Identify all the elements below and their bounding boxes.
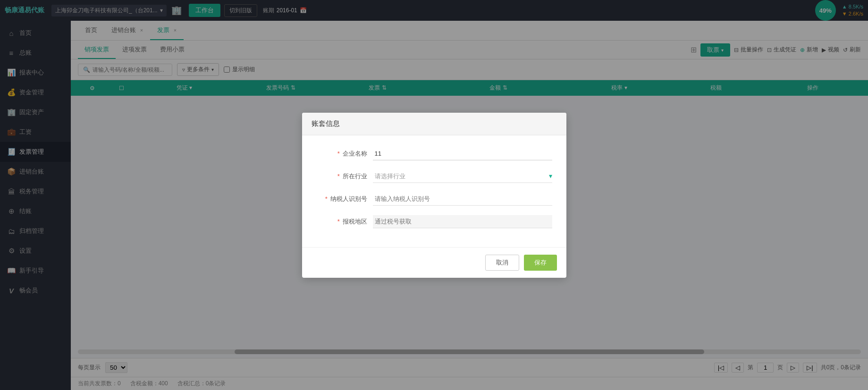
tax-id-label: * 纳税人识别号 [316,195,373,203]
cancel-button[interactable]: 取消 [485,255,519,271]
modal-title: 账套信息 [312,119,340,127]
account-info-modal: 账套信息 * 企业名称 * 所在行业 请选择行业 [302,113,566,278]
modal-footer: 取消 保存 [302,247,566,278]
modal-overlay: 账套信息 * 企业名称 * 所在行业 请选择行业 [0,0,868,390]
tax-id-input[interactable] [373,192,552,206]
save-button[interactable]: 保存 [524,255,557,271]
form-row-tax-region: * 报税地区 [316,215,552,228]
form-row-company: * 企业名称 [316,147,552,160]
industry-dropdown-icon: ▾ [549,172,552,180]
industry-select-wrapper: 请选择行业 ▾ [373,170,552,183]
form-row-tax-id: * 纳税人识别号 [316,192,552,206]
modal-body: * 企业名称 * 所在行业 请选择行业 ▾ [302,135,566,247]
industry-label: * 所在行业 [316,172,373,181]
modal-header: 账套信息 [302,113,566,135]
tax-region-label: * 报税地区 [316,217,373,226]
form-row-industry: * 所在行业 请选择行业 ▾ [316,170,552,183]
company-name-input[interactable] [373,147,552,160]
tax-region-input [373,215,552,228]
company-name-label: * 企业名称 [316,149,373,158]
industry-select[interactable]: 请选择行业 [373,170,549,183]
